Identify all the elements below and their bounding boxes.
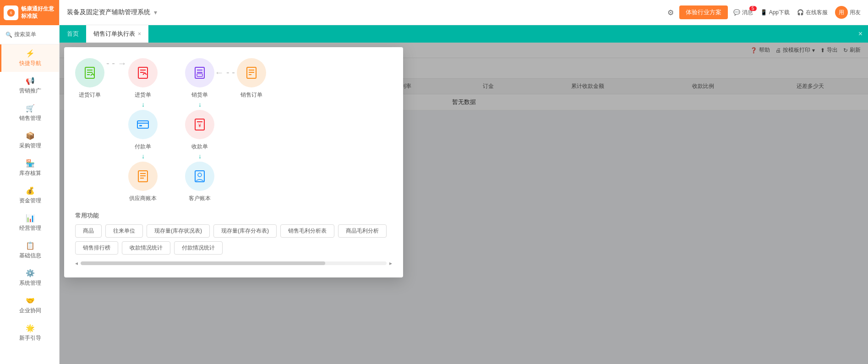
sidebar-item-basic-info[interactable]: 📋 基础信息 (0, 237, 59, 264)
func-btn-product[interactable]: 商品 (75, 224, 102, 238)
quick-nav-icon: ⚡ (26, 49, 35, 58)
scroll-track[interactable] (81, 261, 387, 265)
scroll-thumb (81, 261, 325, 265)
sidebar-item-newbie[interactable]: 🌟 新手引导 (0, 319, 59, 347)
download-icon: 📱 (760, 9, 767, 16)
modal-scrollbar: ◂ ▸ (75, 260, 392, 266)
arrow-1: - - → (104, 58, 128, 79)
svg-text:6: 6 (10, 11, 12, 15)
svg-rect-11 (139, 125, 142, 126)
svg-point-24 (198, 173, 202, 177)
purchase-order-circle (75, 58, 104, 87)
settings-gear-icon[interactable]: ⚙ (667, 8, 674, 17)
message-icon: 💬 (733, 9, 740, 16)
basic-info-icon: 📋 (26, 241, 35, 250)
func-buttons-row2: 销售排行榜 收款情况统计 付款情况统计 (75, 241, 392, 255)
sales-bill-circle (185, 58, 214, 87)
sidebar-item-operations[interactable]: 📊 经营管理 (0, 209, 59, 237)
message-btn[interactable]: 💬 消息 5 (733, 9, 753, 16)
sales-order-circle (237, 58, 266, 87)
sales-order-label: 销售订单 (240, 91, 262, 99)
sidebar: 6 畅康通好生意 标准版 🔍 搜索菜单 ⚡ 快捷导航 📢 营销推广 🛒 (0, 0, 60, 364)
tab-home[interactable]: 首页 (60, 25, 86, 43)
flow-diagram: 进货订单 - - → (75, 58, 392, 202)
arrow-down-2: ↓ (142, 151, 145, 162)
topbar-actions: 💬 消息 5 📱 App下载 🎧 在线客服 用 用友 (733, 6, 861, 19)
svg-rect-23 (195, 171, 204, 182)
customer-ledger-label: 客户账本 (189, 195, 211, 202)
finance-icon: 💰 (26, 186, 35, 195)
sidebar-logo: 6 畅康通好生意 标准版 (0, 0, 59, 25)
purchase-icon: 📦 (26, 131, 35, 140)
inventory-icon: 🏪 (26, 159, 35, 168)
flow-node-sales-bill[interactable]: 销货单 (185, 58, 214, 99)
sidebar-item-sales[interactable]: 🛒 销售管理 (0, 99, 59, 127)
purchase-order-label: 进货订单 (79, 91, 101, 99)
supplier-ledger-label: 供应商账本 (129, 195, 157, 202)
flow-col-sales-order: 销售订单 (237, 58, 266, 99)
func-btn-stock-dist[interactable]: 现存量(库存分布表) (213, 224, 277, 238)
collab-icon: 🤝 (26, 296, 35, 305)
arrow-down-1: ↓ (142, 99, 145, 110)
flow-node-customer-ledger[interactable]: 客户账本 (185, 162, 214, 202)
supplier-ledger-circle (128, 162, 158, 191)
user-avatar: 用 (835, 6, 848, 19)
sidebar-item-inventory[interactable]: 🏪 库存核算 (0, 154, 59, 182)
flow-node-payment[interactable]: 付款单 (128, 110, 158, 151)
tabbar-close-btn[interactable]: × (853, 30, 868, 38)
system-title: 装备及固定资产辅助管理系统 ▾ (67, 8, 662, 16)
flow-node-receipt[interactable]: ¥ 收款单 (185, 110, 214, 151)
scroll-left-arrow[interactable]: ◂ (75, 260, 78, 266)
customer-ledger-circle (185, 162, 214, 191)
sales-bill-label: 销货单 (191, 91, 208, 99)
scroll-right-arrow[interactable]: ▸ (389, 260, 392, 266)
payment-label: 付款单 (135, 143, 151, 151)
sidebar-item-quick-nav[interactable]: ⚡ 快捷导航 (0, 44, 59, 72)
common-functions-title: 常用功能 (75, 212, 392, 220)
flow-node-supplier-ledger[interactable]: 供应商账本 (128, 162, 158, 202)
sidebar-search[interactable]: 🔍 搜索菜单 (0, 25, 59, 44)
sidebar-nav: ⚡ 快捷导航 📢 营销推广 🛒 销售管理 📦 采购管理 🏪 库存核算 💰 (0, 44, 59, 364)
flow-node-purchase-order[interactable]: 进货订单 (75, 58, 104, 99)
app-download-btn[interactable]: 📱 App下载 (760, 9, 790, 16)
receipt-circle: ¥ (185, 110, 214, 139)
payment-circle (128, 110, 158, 139)
flow-col-purchase-order: 进货订单 (75, 58, 104, 99)
search-menu-button[interactable]: 🔍 搜索菜单 (4, 29, 55, 40)
svg-rect-9 (137, 121, 148, 128)
content-area: ❓ 帮助 🖨 按模板打印 ▾ ⬆ 导出 ↻ 刷新 (60, 43, 868, 364)
receipt-label: 收款单 (191, 143, 208, 151)
system-title-dropdown[interactable]: ▾ (154, 9, 157, 16)
tab-close-icon[interactable]: × (138, 31, 141, 37)
system-icon: ⚙️ (26, 269, 35, 277)
sidebar-item-marketing[interactable]: 📢 营销推广 (0, 72, 59, 99)
tabbar: 首页 销售订单执行表 × × (60, 25, 868, 43)
flow-node-purchase-bill[interactable]: 进货单 (128, 58, 158, 99)
common-functions: 常用功能 商品 往来单位 现存量(库存状况表) 现存量(库存分布表) 销售毛利分… (75, 212, 392, 255)
user-menu[interactable]: 用 用友 (835, 6, 861, 19)
svg-text:¥: ¥ (198, 123, 202, 128)
sidebar-item-purchase[interactable]: 📦 采购管理 (0, 127, 59, 154)
purchase-bill-label: 进货单 (135, 91, 151, 99)
func-btn-sales-margin[interactable]: 销售毛利分析表 (280, 224, 334, 238)
newbie-icon: 🌟 (26, 324, 35, 332)
func-btn-partner[interactable]: 往来单位 (105, 224, 143, 238)
func-btn-product-margin[interactable]: 商品毛利分析 (338, 224, 387, 238)
flow-node-sales-order[interactable]: 销售订单 (237, 58, 266, 99)
sidebar-item-system[interactable]: ⚙️ 系统管理 (0, 264, 59, 292)
func-buttons-row1: 商品 往来单位 现存量(库存状况表) 现存量(库存分布表) 销售毛利分析表 商品… (75, 224, 392, 238)
search-icon: 🔍 (5, 32, 12, 38)
service-icon: 🎧 (797, 9, 804, 16)
online-service-btn[interactable]: 🎧 在线客服 (797, 9, 828, 16)
operations-icon: 📊 (26, 214, 35, 223)
arrow-2: ← - - (214, 58, 236, 78)
func-btn-receipt-stats[interactable]: 收款情况统计 (122, 241, 170, 255)
sidebar-item-collab[interactable]: 🤝 企业协同 (0, 292, 59, 319)
func-btn-stock-status[interactable]: 现存量(库存状况表) (147, 224, 210, 238)
func-btn-payment-stats[interactable]: 付款情况统计 (174, 241, 223, 255)
experience-btn[interactable]: 体验行业方案 (679, 5, 728, 19)
tab-sales-order-exec[interactable]: 销售订单执行表 × (86, 25, 148, 43)
arrow-down-4: ↓ (198, 151, 202, 162)
sidebar-item-finance[interactable]: 💰 资金管理 (0, 182, 59, 209)
func-btn-sales-rank[interactable]: 销售排行榜 (75, 241, 118, 255)
